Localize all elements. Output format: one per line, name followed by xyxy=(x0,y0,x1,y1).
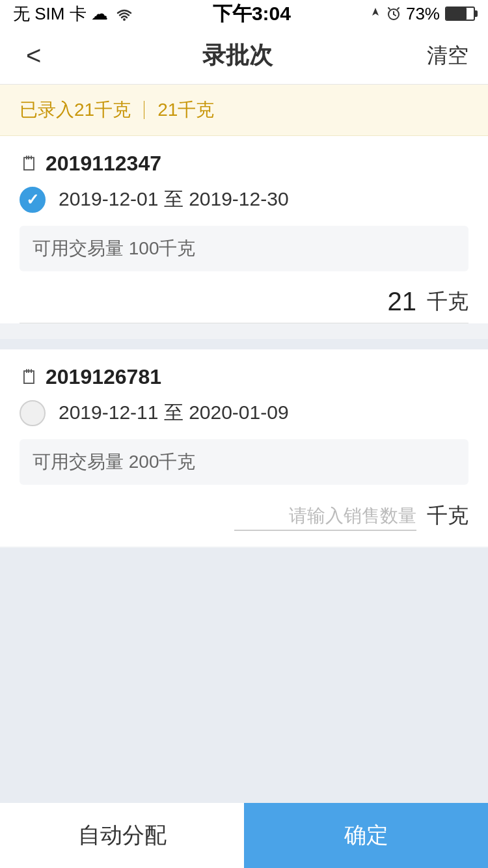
bottom-buttons: 自动分配 确定 xyxy=(0,803,488,868)
section-separator xyxy=(0,339,488,349)
quantity-input-2[interactable] xyxy=(234,500,416,530)
alarm-icon xyxy=(386,7,401,21)
confirm-button[interactable]: 确定 xyxy=(244,803,488,868)
svg-line-4 xyxy=(388,8,390,9)
batch-date-1: 2019-12-01 至 2019-12-30 xyxy=(59,186,289,213)
sim-text: 无 SIM 卡 ☁ xyxy=(13,3,108,25)
status-left: 无 SIM 卡 ☁ xyxy=(13,3,134,25)
quantity-unit-1: 千克 xyxy=(427,288,468,316)
batch-id-1: 2019112347 xyxy=(46,152,161,176)
batch-id-row-1: 🗒 2019112347 xyxy=(20,152,468,176)
batch-doc-icon-1: 🗒 xyxy=(20,153,39,175)
batch-date-row-2[interactable]: 2019-12-11 至 2020-01-09 xyxy=(20,400,468,426)
batch-availability-1: 可用交易量 100千克 xyxy=(20,226,468,271)
status-time: 下午3:04 xyxy=(213,1,291,27)
batch-date-2: 2019-12-11 至 2020-01-09 xyxy=(59,400,289,426)
radio-2[interactable] xyxy=(20,400,46,426)
batch-item-1: 🗒 2019112347 2019-12-01 至 2019-12-30 可用交… xyxy=(0,136,488,323)
batch-availability-2: 可用交易量 200千克 xyxy=(20,439,468,485)
nav-bar: < 录批次 清空 xyxy=(0,27,488,85)
batch-doc-icon-2: 🗒 xyxy=(20,366,39,388)
battery-percent: 73% xyxy=(406,4,440,24)
page-title: 录批次 xyxy=(202,40,273,72)
svg-line-5 xyxy=(398,8,399,9)
quantity-unit-2: 千克 xyxy=(427,502,468,530)
recorded-amount-label: 已录入21千克 xyxy=(20,98,131,122)
recorded-amount-value: 21千克 xyxy=(157,98,214,122)
quantity-separator-1 xyxy=(20,323,468,323)
location-icon xyxy=(370,7,381,21)
wifi-icon xyxy=(115,7,134,21)
battery-icon xyxy=(445,7,475,21)
batch-id-2: 2019126781 xyxy=(46,365,161,389)
batch-id-row-2: 🗒 2019126781 xyxy=(20,365,468,389)
svg-point-0 xyxy=(123,18,126,21)
status-bar: 无 SIM 卡 ☁ 下午3:04 73% xyxy=(0,0,488,27)
radio-1[interactable] xyxy=(20,187,46,213)
quantity-value-1: 21 xyxy=(388,287,417,316)
auto-distribute-button[interactable]: 自动分配 xyxy=(0,803,244,868)
batch-date-row-1[interactable]: 2019-12-01 至 2019-12-30 xyxy=(20,186,468,213)
info-banner: 已录入21千克 21千克 xyxy=(0,85,488,136)
quantity-area-1: 21 千克 xyxy=(0,287,488,323)
clear-button[interactable]: 清空 xyxy=(427,42,468,70)
banner-divider xyxy=(144,101,144,119)
back-button[interactable]: < xyxy=(20,34,47,77)
status-right: 73% xyxy=(370,4,475,24)
empty-area xyxy=(0,548,488,847)
batch-item-2: 🗒 2019126781 2019-12-11 至 2020-01-09 可用交… xyxy=(0,349,488,547)
quantity-area-2[interactable]: 千克 xyxy=(0,500,488,547)
svg-line-3 xyxy=(394,14,396,16)
